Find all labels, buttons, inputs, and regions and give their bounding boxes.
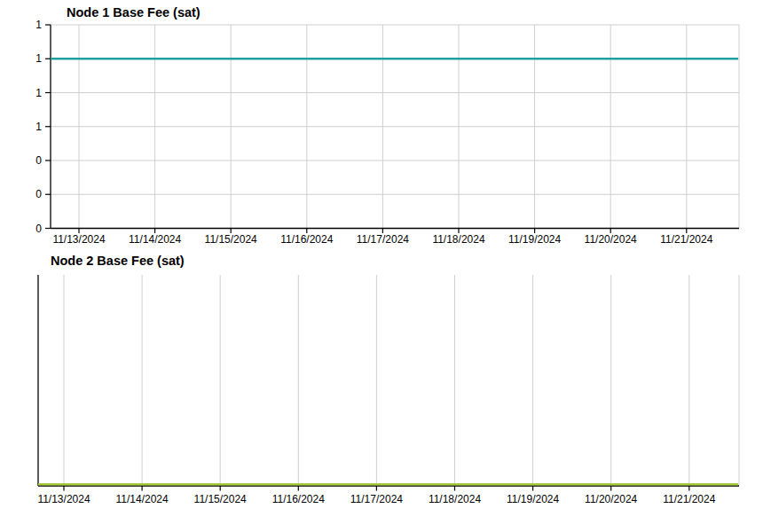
x-tick-label: 11/16/2024 — [280, 233, 333, 246]
x-tick-label: 11/15/2024 — [194, 493, 247, 505]
x-tick-label: 11/19/2024 — [508, 233, 561, 246]
x-tick-label: 11/18/2024 — [432, 233, 484, 246]
x-tick-label: 11/17/2024 — [350, 493, 403, 505]
x-tick-label: 11/19/2024 — [507, 493, 559, 505]
x-tick-label: 11/13/2024 — [52, 233, 105, 246]
y-tick-label: 0 — [35, 188, 42, 200]
x-tick-label: 11/21/2024 — [660, 233, 712, 246]
y-tick-label: 1 — [35, 52, 42, 65]
x-tick-label: 11/20/2024 — [585, 493, 637, 505]
x-tick-label: 11/21/2024 — [663, 493, 715, 505]
y-tick-label: 0 — [35, 154, 42, 167]
x-tick-label: 11/16/2024 — [272, 493, 325, 505]
charts-plot-area: 111100011/13/202411/14/202411/15/202411/… — [0, 0, 763, 532]
x-tick-label: 11/17/2024 — [357, 233, 409, 246]
x-tick-label: 11/13/2024 — [37, 493, 90, 505]
y-tick-label: 1 — [35, 121, 42, 133]
y-tick-label: 1 — [35, 19, 42, 31]
x-tick-label: 11/18/2024 — [429, 493, 481, 505]
fee-charts-page: Node 1 Base Fee (sat) Node 2 Base Fee (s… — [0, 0, 763, 532]
x-tick-label: 11/14/2024 — [116, 493, 169, 505]
x-tick-label: 11/14/2024 — [129, 233, 181, 246]
x-tick-label: 11/20/2024 — [585, 233, 637, 246]
y-tick-label: 0 — [35, 223, 42, 235]
y-tick-label: 1 — [35, 87, 42, 99]
x-tick-label: 11/15/2024 — [205, 233, 257, 246]
